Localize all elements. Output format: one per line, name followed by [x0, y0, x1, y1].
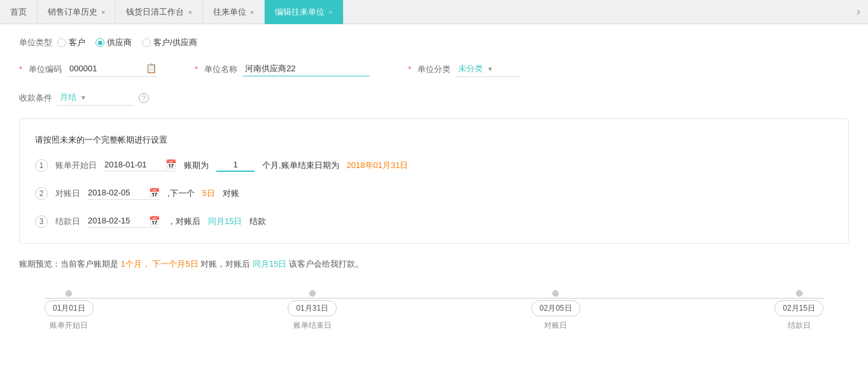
- unit-code-group: * 单位编码 📋: [19, 62, 157, 77]
- payment-date-input[interactable]: [88, 216, 145, 225]
- timeline-points: 01月01日 账单开始日 01月31日 账单结束日 02月05日 对账日 02月…: [45, 290, 823, 331]
- timeline-tag-3: 02月05日: [531, 300, 580, 316]
- preview-part4: 同月15日: [253, 259, 286, 269]
- preview-text: 账期预览：当前客户账期是 1个月， 下一个月5日 对账，对账后 同月15日 该客…: [19, 257, 849, 271]
- unit-code-input[interactable]: [67, 62, 143, 75]
- period-prefix: 账期为: [184, 160, 209, 171]
- timeline-point-3: 02月05日 对账日: [531, 290, 580, 331]
- tab-sales-history-close[interactable]: ×: [101, 8, 105, 16]
- preview-part5: 该客户会给我打款。: [289, 259, 363, 269]
- unit-code-field-wrapper: 📋: [67, 62, 157, 77]
- timeline-point-4: 02月15日 结款日: [774, 290, 823, 331]
- end-date-display: 2018年01月31日: [347, 160, 409, 171]
- timeline-sublabel-3: 对账日: [544, 320, 567, 331]
- start-date-input[interactable]: [104, 160, 162, 169]
- unit-category-chevron-icon: ▼: [487, 66, 493, 73]
- tab-edit-partner-close[interactable]: ×: [328, 8, 332, 16]
- payment-suffix: 结款: [249, 216, 266, 227]
- radio-supplier-label: 供应商: [107, 37, 132, 48]
- payment-terms-select[interactable]: 月结 ▼: [57, 90, 134, 106]
- start-date-calendar-icon[interactable]: 📅: [165, 159, 176, 169]
- preview-label: 账期预览：当前客户账期是: [19, 259, 118, 269]
- setting-date-2: 📅: [88, 188, 160, 200]
- unit-category-star: *: [408, 64, 411, 74]
- tab-partner-unit-close[interactable]: ×: [250, 8, 254, 16]
- help-icon[interactable]: ?: [139, 93, 149, 103]
- unit-category-group: * 单位分类 未分类 ▼: [408, 61, 519, 77]
- unit-category-select[interactable]: 未分类 ▼: [456, 61, 519, 77]
- reconcile-suffix: 对账: [223, 188, 239, 199]
- unit-name-input[interactable]: [242, 62, 370, 76]
- period-input[interactable]: [216, 158, 255, 172]
- timeline-tag-4: 02月15日: [774, 300, 823, 316]
- setting-date-3: 📅: [88, 216, 160, 228]
- setting-num-3: 3: [35, 215, 48, 228]
- timeline: 01月01日 账单开始日 01月31日 账单结束日 02月05日 对账日 02月…: [19, 284, 849, 363]
- unit-code-icon[interactable]: 📋: [146, 63, 157, 73]
- payment-terms-label: 收款条件: [19, 92, 52, 104]
- timeline-point-2: 01月31日 账单结束日: [288, 290, 337, 331]
- timeline-dot-4: [796, 290, 802, 297]
- setting-label-1: 账单开始日: [55, 160, 97, 171]
- payment-terms-chevron-icon: ▼: [80, 94, 87, 101]
- tab-cash-daily-label: 钱货日清工作台: [126, 6, 184, 18]
- timeline-tag-1: 01月01日: [45, 300, 94, 316]
- setting-date-1: 📅: [104, 159, 176, 171]
- reconcile-date-calendar-icon[interactable]: 📅: [149, 188, 160, 198]
- tab-partner-unit[interactable]: 往来单位 ×: [203, 0, 265, 24]
- setting-row-3: 3 结款日 📅 ，对账后 同月15日 结款: [35, 215, 833, 228]
- unit-type-group: 单位类型 客户 供应商 客户/供应商: [19, 37, 197, 48]
- radio-both-circle: [142, 38, 151, 47]
- tab-expand-button[interactable]: ›: [849, 5, 868, 18]
- payment-terms-value: 月结: [60, 92, 76, 103]
- tab-sales-history-label: 销售订单历史: [48, 6, 97, 18]
- timeline-point-1: 01月01日 账单开始日: [45, 290, 94, 331]
- settings-box: 请按照未来的一个完整帐期进行设置 1 账单开始日 📅 账期为 个月,账单结束日期…: [19, 118, 849, 244]
- radio-both[interactable]: 客户/供应商: [142, 37, 197, 48]
- unit-code-label: 单位编码: [29, 64, 62, 75]
- radio-both-label: 客户/供应商: [153, 37, 197, 48]
- timeline-tag-2: 01月31日: [288, 300, 337, 316]
- unit-info-row: * 单位编码 📋 * 单位名称 * 单位分类 未分类 ▼: [19, 61, 849, 77]
- radio-supplier-circle: [95, 38, 104, 47]
- unit-name-group: * 单位名称: [195, 62, 370, 76]
- timeline-dot-1: [66, 290, 72, 297]
- tab-partner-unit-label: 往来单位: [213, 6, 246, 18]
- payment-terms-group: 收款条件 月结 ▼ ?: [19, 90, 149, 106]
- settings-title: 请按照未来的一个完整帐期进行设置: [35, 134, 833, 146]
- unit-name-label: 单位名称: [204, 64, 237, 75]
- preview-part1: 1个月，: [121, 259, 150, 269]
- setting-num-1: 1: [35, 159, 48, 172]
- timeline-sublabel-4: 结款日: [788, 320, 811, 331]
- timeline-dot-2: [309, 290, 316, 297]
- preview-part2: 下一个月5日: [152, 259, 198, 269]
- setting-label-2: 对账日: [55, 188, 80, 199]
- tab-cash-daily-close[interactable]: ×: [188, 8, 192, 16]
- payment-date-calendar-icon[interactable]: 📅: [149, 216, 160, 226]
- main-content: 单位类型 客户 供应商 客户/供应商 * 单位编码: [0, 24, 868, 387]
- setting-row-2: 2 对账日 📅 ,下一个 5日 对账: [35, 187, 833, 200]
- setting-row-1: 1 账单开始日 📅 账期为 个月,账单结束日期为 2018年01月31日: [35, 158, 833, 172]
- tab-home-label: 首页: [10, 6, 27, 18]
- tab-bar: 首页 销售订单历史 × 钱货日清工作台 × 往来单位 × 编辑往来单位 × ›: [0, 0, 868, 24]
- tab-edit-partner[interactable]: 编辑往来单位 ×: [265, 0, 343, 24]
- unit-type-row: 单位类型 客户 供应商 客户/供应商: [19, 37, 849, 48]
- setting-num-2: 2: [35, 187, 48, 200]
- reconcile-date-input[interactable]: [88, 188, 145, 197]
- tab-home[interactable]: 首页: [0, 0, 38, 24]
- unit-type-radio-group: 客户 供应商 客户/供应商: [57, 37, 197, 48]
- radio-customer[interactable]: 客户: [57, 37, 85, 48]
- payment-terms-row: 收款条件 月结 ▼ ?: [19, 90, 849, 106]
- unit-category-label: 单位分类: [417, 64, 451, 75]
- tab-cash-daily[interactable]: 钱货日清工作台 ×: [116, 0, 202, 24]
- unit-type-label: 单位类型: [19, 37, 52, 48]
- timeline-sublabel-2: 账单结束日: [293, 320, 332, 331]
- reconcile-highlight: 5日: [202, 188, 215, 199]
- reconcile-prefix: ,下一个: [167, 188, 195, 199]
- radio-supplier[interactable]: 供应商: [95, 37, 132, 48]
- preview-part3: 对账，对账后: [200, 259, 250, 269]
- unit-category-value: 未分类: [458, 63, 483, 74]
- tab-sales-history[interactable]: 销售订单历史 ×: [38, 0, 116, 24]
- payment-highlight: 同月15日: [208, 216, 242, 227]
- payment-prefix: ，对账后: [167, 216, 200, 227]
